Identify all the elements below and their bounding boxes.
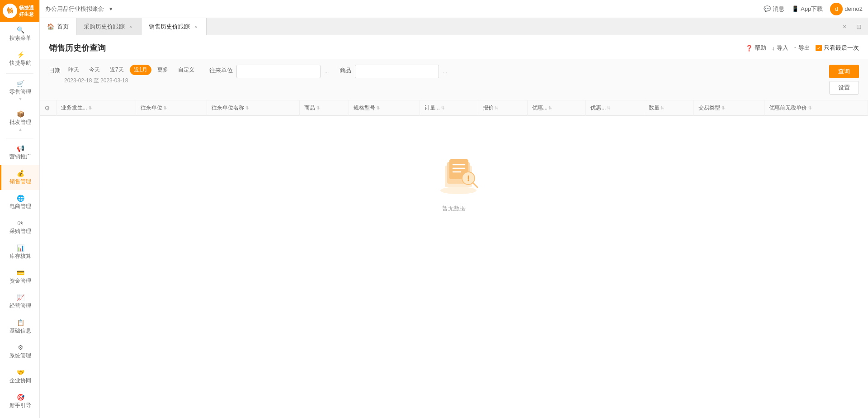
date-filter-label: 日期 [49,65,61,75]
tab-purchase-history-label: 采购历史价跟踪 [84,23,125,31]
tab-home[interactable]: 🏠 首页 [40,18,76,35]
tab-purchase-history[interactable]: 采购历史价跟踪 × [76,18,142,35]
page-header-actions: ❓ 帮助 ↓ 导入 ↑ 导出 ✓ 只看最后一次 [745,44,859,52]
product-filter-label: 商品 [340,65,351,75]
date-btn-7days[interactable]: 近7天 [106,65,128,75]
th-discount1: 优惠... ⇅ [528,100,586,116]
sort-quantity-icon[interactable]: ⇅ [660,105,664,110]
tab-purchase-history-close[interactable]: × [127,24,134,30]
data-table: ⚙ 业务发生... ⇅ 往来单位 ⇅ [40,100,868,116]
sidebar-item-label: 快捷导航 [9,59,31,67]
sidebar-item-appstore[interactable]: 📱 应用中心 [0,414,39,418]
svg-point-0 [440,187,476,194]
tabbar-right: × ⊡ [839,21,868,32]
only-last-checkbox[interactable]: ✓ [816,45,822,51]
sidebar-item-label: 零售管理 [9,88,31,96]
basic-icon: 📋 [17,319,24,326]
company-dropdown[interactable]: ▾ [109,5,113,12]
only-last-checkbox-label[interactable]: ✓ 只看最后一次 [816,44,859,52]
sidebar-item-enterprise[interactable]: 🤝 企业协同 [0,364,39,389]
th-unit: 计量... ⇅ [420,100,478,116]
sort-trade-type-icon[interactable]: ⇅ [721,105,725,110]
setting-button[interactable]: 设置 [829,81,859,95]
product-input[interactable] [355,65,439,78]
tabbar: 🏠 首页 采购历史价跟踪 × 销售历史价跟踪 × × ⊡ [40,18,868,35]
page-content: 销售历史价查询 ❓ 帮助 ↓ 导入 ↑ 导出 ✓ 只看最后一次 [40,35,868,418]
help-icon: ❓ [745,45,753,52]
date-btn-1month[interactable]: 近1月 [130,65,152,75]
partner-dots-btn[interactable]: ... [324,68,329,75]
empty-icon [431,152,476,197]
sort-discount2-icon[interactable]: ⇅ [607,105,610,110]
th-date-label: 业务发生... [61,104,87,112]
sidebar-item-marketing[interactable]: 📢 营销推广 [0,140,39,165]
th-date: 业务发生... ⇅ [56,100,136,116]
sales-icon: 💰 [17,170,24,177]
sidebar-item-inventory[interactable]: 📊 库存核算 [0,240,39,265]
sidebar-item-wholesale[interactable]: 📦 批发管理 ▲ [0,106,39,136]
sidebar-item-guide[interactable]: 🎯 新手引导 [0,389,39,414]
export-label: 导出 [798,44,810,52]
sort-partner-name-icon[interactable]: ⇅ [245,105,249,110]
th-trade-type: 交易类型 ⇅ [693,100,764,116]
product-input-group: ... [355,65,447,78]
sort-product-icon[interactable]: ⇅ [316,105,320,110]
marketing-icon: 📢 [17,145,24,152]
app-logo[interactable]: 畅 畅捷通好生意 [0,0,39,22]
sidebar-item-purchase[interactable]: 🛍 采购管理 [0,215,39,240]
chevron-down-icon: ▼ [19,97,23,101]
partner-filter-label: 往来单位 [209,65,233,75]
query-button[interactable]: 查询 [829,65,859,78]
tab-sales-history-close[interactable]: × [193,24,199,30]
import-btn[interactable]: ↓ 导入 [772,44,788,52]
chevron-up-icon: ▲ [19,127,23,132]
guide-icon: 🎯 [17,394,24,401]
th-pretax-price-label: 优惠前无税单价 [769,104,807,112]
operations-icon: 📈 [17,294,24,301]
tab-sales-history[interactable]: 销售历史价跟踪 × [142,18,207,35]
only-last-label: 只看最后一次 [824,44,859,52]
th-discount2: 优惠... ⇅ [586,100,644,116]
sort-partner-code-icon[interactable]: ⇅ [163,105,167,110]
help-btn[interactable]: ❓ 帮助 [745,44,766,52]
th-trade-type-label: 交易类型 [698,104,720,112]
sidebar-item-system[interactable]: ⚙ 系统管理 [0,339,39,364]
message-label: 消息 [773,5,784,13]
date-btn-more[interactable]: 更多 [153,65,172,75]
sidebar-item-shortcut[interactable]: ⚡ 快捷导航 [0,47,39,71]
sort-date-icon[interactable]: ⇅ [88,105,92,110]
shortcut-icon: ⚡ [17,51,24,58]
message-btn[interactable]: 💬 消息 [764,5,784,13]
date-btn-today[interactable]: 今天 [85,65,104,75]
sort-price-icon[interactable]: ⇅ [495,105,498,110]
app-download-btn[interactable]: 📱 App下载 [792,5,823,13]
sidebar-item-label: 基础信息 [9,327,31,335]
enterprise-icon: 🤝 [17,369,24,376]
svg-point-9 [468,180,469,181]
sidebar-item-sales[interactable]: 💰 销售管理 [0,165,39,190]
partner-input[interactable] [236,65,321,78]
user-profile-btn[interactable]: d demo2 [830,3,863,15]
sidebar-divider-2 [6,138,33,138]
page-title: 销售历史价查询 [49,43,106,53]
sidebar-item-basic[interactable]: 📋 基础信息 [0,314,39,339]
th-setting: ⚙ [40,100,56,116]
export-btn[interactable]: ↑ 导出 [794,44,811,52]
product-dots-btn[interactable]: ... [443,68,447,75]
table-settings-btn[interactable]: ⚙ [44,104,50,112]
maximize-btn[interactable]: ⊡ [854,21,864,32]
date-btn-custom[interactable]: 自定义 [174,65,198,75]
date-btn-yesterday[interactable]: 昨天 [64,65,83,75]
sidebar-item-ecommerce[interactable]: 🌐 电商管理 [0,190,39,215]
th-product: 商品 ⇅ [299,100,349,116]
sort-spec-icon[interactable]: ⇅ [376,105,380,110]
sidebar-item-search[interactable]: 🔍 搜索菜单 [0,22,39,47]
sidebar-item-retail[interactable]: 🛒 零售管理 ▼ [0,76,39,106]
empty-illustration [431,152,486,197]
sort-pretax-price-icon[interactable]: ⇅ [808,105,811,110]
sort-unit-icon[interactable]: ⇅ [441,105,444,110]
sort-discount1-icon[interactable]: ⇅ [548,105,552,110]
sidebar-item-finance[interactable]: 💳 资金管理 [0,265,39,290]
sidebar-item-operations[interactable]: 📈 经营管理 [0,290,39,314]
close-all-tabs-btn[interactable]: × [839,21,850,32]
